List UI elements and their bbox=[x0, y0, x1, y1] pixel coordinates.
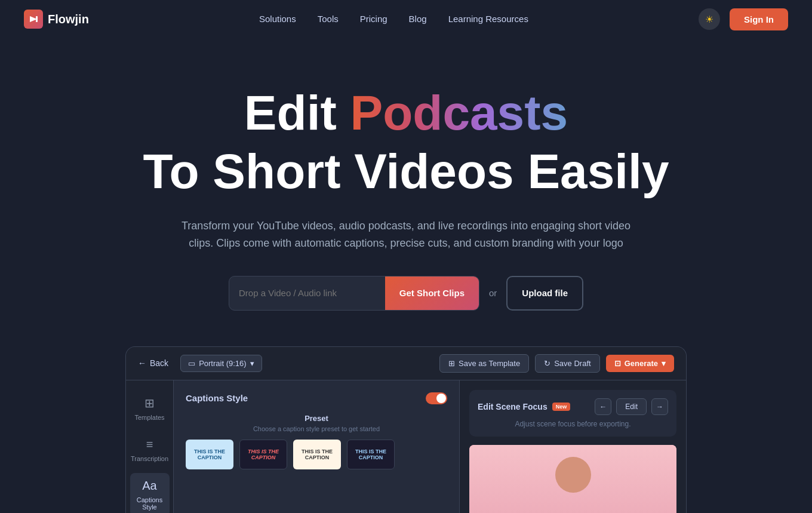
captions-header: Captions Style bbox=[186, 392, 447, 404]
nav-links: Solutions Tools Pricing Blog Learning Re… bbox=[259, 14, 528, 24]
person-head bbox=[555, 457, 591, 493]
portrait-label: Portrait (9:16) bbox=[199, 359, 246, 368]
transcription-icon: ≡ bbox=[146, 438, 153, 451]
transcription-label: Transcription bbox=[131, 455, 168, 462]
preview-sidebar: ⊞ Templates ≡ Transcription Aa Captions … bbox=[126, 380, 174, 513]
cta-row: Get Short Clips or Upload file bbox=[24, 276, 788, 311]
hero-subtitle: Transform your YouTube videos, audio pod… bbox=[179, 217, 633, 252]
nav-learning-resources[interactable]: Learning Resources bbox=[448, 14, 528, 24]
nav-tools[interactable]: Tools bbox=[318, 14, 339, 24]
preview-main-panel: Captions Style Preset Choose a caption s… bbox=[174, 380, 459, 513]
preset-section: Preset Choose a caption style preset to … bbox=[186, 414, 447, 469]
sign-in-button[interactable]: Sign In bbox=[730, 8, 788, 30]
back-button[interactable]: ← Back bbox=[138, 358, 168, 368]
preset-label: Preset bbox=[186, 414, 447, 423]
caption-preset-2[interactable]: THIS IS THE CAPTION bbox=[239, 440, 287, 469]
nav-blog[interactable]: Blog bbox=[409, 14, 427, 24]
scene-prev-button[interactable]: ← bbox=[595, 398, 611, 415]
or-label: or bbox=[489, 288, 497, 298]
captions-style-title: Captions Style bbox=[186, 393, 248, 403]
hero-title-line1: Edit Podcasts bbox=[24, 86, 788, 140]
logo-icon bbox=[24, 10, 43, 29]
hero-word-edit: Edit bbox=[244, 85, 350, 140]
preview-right-panel: Edit Scene Focus New ← Edit → Adjust sce… bbox=[459, 380, 686, 513]
portrait-selector[interactable]: ▭ Portrait (9:16) ▾ bbox=[180, 355, 262, 372]
preview-topbar: ← Back ▭ Portrait (9:16) ▾ ⊞ Save as Tem… bbox=[126, 347, 686, 380]
caption-preset-4[interactable]: This is the caption bbox=[347, 440, 395, 469]
generate-button[interactable]: ⊡ Generate ▾ bbox=[606, 355, 674, 372]
nav-right: ☀ Sign In bbox=[699, 8, 788, 30]
caption-presets: THIS IS THE CAPTION THIS IS THE CAPTION … bbox=[186, 440, 447, 469]
templates-icon: ⊞ bbox=[144, 396, 155, 410]
draft-icon: ↻ bbox=[544, 359, 550, 368]
save-template-button[interactable]: ⊞ Save as Template bbox=[439, 354, 529, 373]
topbar-left: ← Back ▭ Portrait (9:16) ▾ bbox=[138, 355, 262, 372]
chevron-down-icon: ▾ bbox=[250, 359, 254, 368]
theme-toggle-button[interactable]: ☀ bbox=[699, 8, 720, 30]
logo-text: Flowjin bbox=[48, 13, 89, 26]
generate-icon: ⊡ bbox=[614, 359, 621, 368]
logo[interactable]: Flowjin bbox=[24, 10, 89, 29]
caption-preset-1[interactable]: THIS IS THE CAPTION bbox=[186, 440, 233, 469]
hero-title-line2: To Short Videos Easily bbox=[24, 145, 788, 198]
generate-chevron-icon: ▾ bbox=[662, 359, 666, 368]
url-input-wrapper: Get Short Clips bbox=[229, 276, 479, 311]
back-label: Back bbox=[150, 358, 168, 368]
video-thumbnail bbox=[469, 445, 676, 513]
nav-pricing[interactable]: Pricing bbox=[360, 14, 387, 24]
preview-content: ⊞ Templates ≡ Transcription Aa Captions … bbox=[126, 380, 686, 513]
templates-label: Templates bbox=[134, 414, 164, 421]
toggle-knob bbox=[436, 394, 446, 403]
save-draft-button[interactable]: ↻ Save Draft bbox=[535, 354, 599, 373]
caption-preset-3[interactable]: This is the caption bbox=[293, 440, 341, 469]
scene-focus-desc: Adjust scene focus before exporting. bbox=[478, 420, 668, 428]
nav-solutions[interactable]: Solutions bbox=[259, 14, 296, 24]
preset-sublabel: Choose a caption style preset to get sta… bbox=[186, 425, 447, 432]
scene-nav: ← Edit → bbox=[595, 398, 668, 415]
hero-section: Edit Podcasts To Short Videos Easily Tra… bbox=[0, 38, 812, 513]
upload-file-button[interactable]: Upload file bbox=[506, 276, 583, 311]
navbar: Flowjin Solutions Tools Pricing Blog Lea… bbox=[0, 0, 812, 38]
hero-word-podcasts: Podcasts bbox=[350, 85, 568, 140]
topbar-right: ⊞ Save as Template ↻ Save Draft ⊡ Genera… bbox=[439, 354, 674, 373]
scene-focus-card: Edit Scene Focus New ← Edit → Adjust sce… bbox=[469, 390, 676, 437]
captions-toggle[interactable] bbox=[426, 392, 447, 404]
sidebar-captions-style[interactable]: Aa Captions Style bbox=[130, 473, 170, 513]
captions-icon: Aa bbox=[142, 479, 156, 493]
captions-label: Captions Style bbox=[135, 496, 165, 511]
sidebar-templates[interactable]: ⊞ Templates bbox=[130, 390, 170, 427]
scene-focus-title: Edit Scene Focus New bbox=[478, 402, 570, 411]
template-icon: ⊞ bbox=[448, 359, 455, 368]
back-arrow-icon: ← bbox=[138, 358, 146, 368]
new-badge: New bbox=[552, 403, 571, 411]
svg-rect-0 bbox=[36, 16, 38, 22]
scene-focus-header: Edit Scene Focus New ← Edit → bbox=[478, 398, 668, 415]
portrait-icon: ▭ bbox=[188, 359, 195, 368]
url-input[interactable] bbox=[229, 288, 385, 298]
scene-edit-button[interactable]: Edit bbox=[616, 398, 647, 415]
sidebar-transcription[interactable]: ≡ Transcription bbox=[130, 432, 170, 468]
app-preview: ← Back ▭ Portrait (9:16) ▾ ⊞ Save as Tem… bbox=[125, 346, 687, 513]
get-short-clips-button[interactable]: Get Short Clips bbox=[385, 277, 479, 310]
scene-next-button[interactable]: → bbox=[651, 398, 668, 415]
